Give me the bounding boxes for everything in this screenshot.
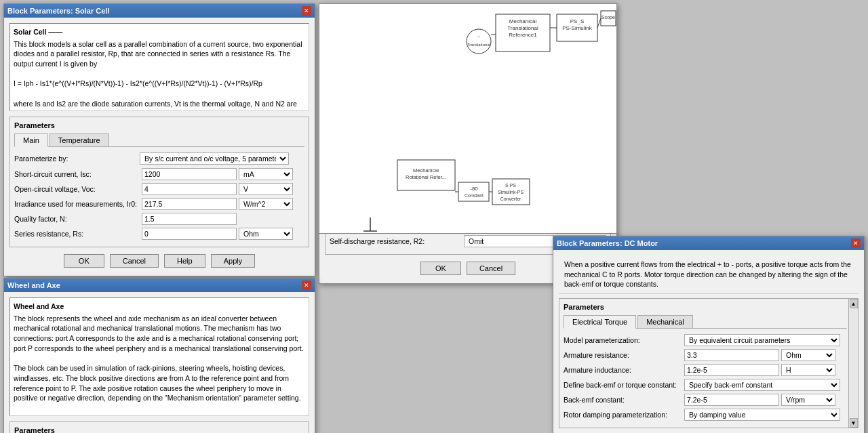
solar-cell-irradiance-input[interactable] (142, 198, 237, 210)
scrollbar-up-button[interactable]: ▲ (850, 299, 858, 308)
dc-motor-title: Block Parameters: DC Motor (557, 239, 658, 247)
solar-cell-quality-row: Quality factor, N: (14, 213, 304, 225)
solar-cell-quality-input[interactable] (142, 213, 237, 225)
svg-text:Simulink-PS: Simulink-PS (498, 190, 524, 194)
wheel-axle-content: Wheel and Axe The block represents the w… (4, 292, 315, 433)
svg-text:Mechanical: Mechanical (413, 167, 439, 173)
dc-motor-armature-r-row: Armature resistance: Ohm (564, 349, 847, 361)
solar-cell-rs-row: Series resistance, Rs: Ohm (14, 228, 304, 240)
solar-cell-button-row: OK Cancel Help Apply (9, 251, 309, 270)
wheel-axle-description: Wheel and Axe The block represents the w… (9, 297, 309, 416)
solar-cell-title-bar: Block Parameters: Solar Cell ✕ (4, 4, 315, 18)
solar-cell-description: Solar Cell —— This block models a solar … (9, 23, 309, 111)
svg-text:S PS: S PS (505, 183, 516, 188)
svg-text:Scope: Scope (601, 15, 615, 20)
dc-motor-armature-r-label: Armature resistance: (564, 351, 682, 359)
solar-cell-rs-unit[interactable]: Ohm (239, 228, 293, 240)
solar-cell-voc-input[interactable] (142, 183, 237, 195)
dc-motor-back-emf-label: Back-emf constant: (564, 396, 682, 404)
solar-cell-apply-button[interactable]: Apply (211, 254, 256, 268)
dc-motor-close-button[interactable]: ✕ (851, 239, 861, 248)
canvas-svg: Mechanical Translational Reference1 PS_S… (319, 4, 617, 234)
dc-motor-back-emf-input[interactable] (684, 394, 779, 406)
dc-motor-armature-l-row: Armature inductance: H (564, 364, 847, 376)
solar-cell-parameterize-label: Parameterize by: (14, 154, 140, 163)
solar-cell-tab-temperature[interactable]: Temperature (50, 133, 109, 146)
dc-motor-back-emf-define-dropdown[interactable]: Specify back-emf constant (684, 379, 840, 391)
solar-cell-dialog: Block Parameters: Solar Cell ✕ Solar Cel… (3, 3, 315, 276)
solar-cell-parameterize-row: Parameterize by: By s/c current and o/c … (14, 152, 304, 165)
solar-cell-isc-unit[interactable]: mA (239, 168, 293, 180)
dc-motor-tab-electrical[interactable]: Electrical Torque (564, 315, 636, 329)
solar-cell-isc-input[interactable] (142, 168, 237, 180)
solar-cell-help-button[interactable]: Help (164, 254, 205, 268)
dc-motor-params-section: Parameters Electrical Torque Mechanical … (559, 298, 859, 428)
dc-motor-model-param-dropdown[interactable]: By equivalent circuit parameters (684, 334, 840, 346)
solar-cell-ok-button[interactable]: OK (64, 254, 104, 268)
svg-text:Converter: Converter (500, 197, 521, 201)
dc-motor-rotor-damping-dropdown[interactable]: By damping value (684, 409, 840, 421)
wheel-axle-dialog: Wheel and Axe ✕ Wheel and Axe The block … (3, 278, 315, 433)
dc-motor-model-param-row: Model parameterization: By equivalent ci… (564, 334, 847, 346)
wheel-axle-close-button[interactable]: ✕ (302, 281, 311, 290)
solar-cell-parameterize-dropdown[interactable]: By s/c current and o/c voltage, 5 parame… (140, 152, 289, 165)
wheel-axle-params-section: Parameters Wheel radius: mm Mechanism or… (9, 421, 309, 433)
dc-motor-content: When a positive current flows from the e… (553, 250, 864, 433)
svg-text:-80: -80 (470, 186, 478, 192)
dc-motor-armature-l-input[interactable] (684, 364, 779, 376)
solar-cell-desc-text: This block models a solar cell as a para… (14, 39, 305, 111)
dc-motor-back-emf-row: Back-emf constant: V/rpm (564, 394, 847, 406)
solar-cell-voc-row: Open-circuit voltage, Voc: V (14, 183, 304, 195)
svg-text:~: ~ (477, 35, 480, 39)
dc-motor-armature-l-label: Armature inductance: (564, 366, 682, 374)
dc-motor-scrollbar[interactable]: ▲ ▼ (848, 299, 858, 428)
solar-cell-title: Block Parameters: Solar Cell (7, 7, 109, 15)
solar-cell-rs-label: Series resistance, Rs: (14, 230, 140, 238)
solar-cell-desc-line-0: Solar Cell —— (14, 27, 305, 37)
wheel-axle-title-bar: Wheel and Axe ✕ (4, 279, 315, 292)
dc-motor-title-bar: Block Parameters: DC Motor ✕ (553, 236, 864, 250)
svg-text:PS-Simulink: PS-Simulink (562, 25, 593, 31)
svg-text:PS_S: PS_S (570, 18, 584, 24)
solar-cell-cancel-button[interactable]: Cancel (110, 254, 159, 268)
dc-motor-armature-r-input[interactable] (684, 349, 779, 361)
svg-text:Translational: Translational (467, 43, 490, 47)
dc-motor-params-title: Parameters (564, 303, 847, 311)
wheel-axle-params-title: Parameters (14, 426, 304, 433)
solar-cell-tab-main[interactable]: Main (14, 133, 48, 147)
generic-battery-cancel-button[interactable]: Cancel (467, 262, 515, 275)
battery-r2-label: Self-discharge resistance, R2: (330, 237, 462, 245)
simulink-canvas: Mechanical Translational Reference1 PS_S… (319, 3, 617, 234)
dc-motor-armature-r-unit[interactable]: Ohm (781, 349, 835, 361)
dc-motor-back-emf-define-label: Define back-emf or torque constant: (564, 381, 682, 389)
generic-battery-ok-button[interactable]: OK (420, 262, 461, 275)
svg-point-13 (467, 29, 491, 54)
wheel-axle-desc-text: The block represents the wheel and axle … (14, 314, 305, 403)
solar-cell-voc-unit[interactable]: V (239, 183, 293, 195)
solar-cell-params-section: Parameters Main Temperature Parameterize… (9, 117, 309, 247)
svg-text:Rotational Refer...: Rotational Refer... (406, 174, 446, 180)
svg-line-18 (597, 18, 601, 28)
dc-motor-description: When a positive current flows from the e… (559, 255, 859, 294)
dc-motor-back-emf-unit[interactable]: V/rpm (781, 394, 835, 406)
solar-cell-rs-input[interactable] (142, 228, 237, 240)
solar-cell-quality-label: Quality factor, N: (14, 215, 140, 223)
wheel-axle-title: Wheel and Axe (7, 281, 60, 289)
dc-motor-rotor-damping-label: Rotor damping parameterization: (564, 411, 682, 419)
solar-cell-irradiance-label: Irradiance used for measurements, Ir0: (14, 200, 140, 208)
dc-motor-dialog: Block Parameters: DC Motor ✕ When a posi… (553, 236, 865, 433)
svg-text:Reference1: Reference1 (509, 32, 537, 38)
solar-cell-isc-row: Short-circuit current, Isc: mA (14, 168, 304, 180)
dc-motor-tab-mechanical[interactable]: Mechanical (637, 315, 693, 328)
dc-motor-rotor-damping-row: Rotor damping parameterization: By dampi… (564, 409, 847, 421)
solar-cell-isc-label: Short-circuit current, Isc: (14, 170, 140, 178)
solar-cell-tab-bar: Main Temperature (14, 133, 304, 147)
solar-cell-content: Solar Cell —— This block models a solar … (4, 18, 315, 276)
dc-motor-back-emf-define-row: Define back-emf or torque constant: Spec… (564, 379, 847, 391)
solar-cell-params-title: Parameters (14, 121, 304, 129)
dc-motor-model-param-label: Model parameterization: (564, 336, 682, 344)
dc-motor-armature-l-unit[interactable]: H (781, 364, 835, 376)
solar-cell-close-button[interactable]: ✕ (302, 6, 311, 16)
scrollbar-down-button[interactable]: ▼ (850, 418, 858, 428)
solar-cell-irradiance-unit[interactable]: W/m^2 (239, 198, 293, 210)
